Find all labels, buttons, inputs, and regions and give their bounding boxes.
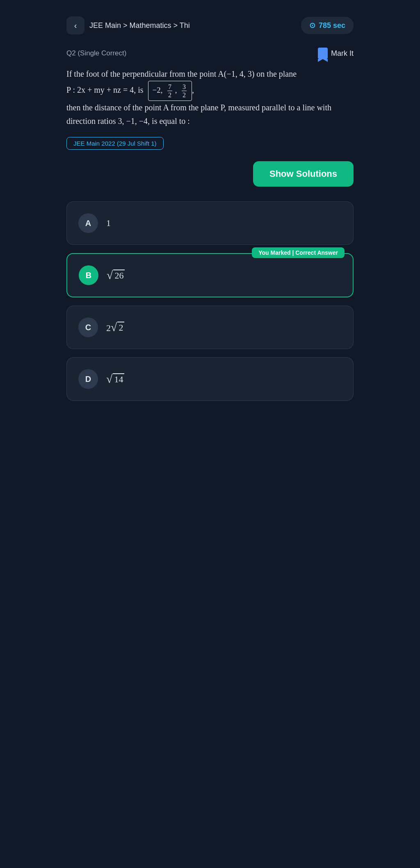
correct-answer-label: You Marked | Correct Answer — [252, 247, 345, 258]
question-body: If the foot of the perpendicular from th… — [66, 67, 354, 128]
timer-value: 785 sec — [319, 21, 345, 30]
timer-icon: ⊙ — [309, 21, 315, 30]
mark-it-button[interactable]: Mark It — [318, 48, 354, 59]
options-list: A 1 You Marked | Correct Answer B √26 C … — [66, 201, 354, 401]
option-c-text: 2 √2 — [106, 322, 124, 333]
option-a[interactable]: A 1 — [66, 201, 354, 245]
option-c[interactable]: C 2 √2 — [66, 306, 354, 349]
bookmark-icon — [318, 48, 328, 59]
option-d-circle: D — [78, 369, 98, 389]
sqrt-content-c: 2 — [117, 322, 124, 333]
back-icon: ‹ — [74, 21, 77, 30]
sqrt-symbol-d: √ — [106, 373, 112, 385]
breadcrumb: JEE Main > Mathematics > Thi — [89, 21, 190, 30]
option-a-text: 1 — [106, 218, 111, 228]
option-b-circle: B — [79, 265, 98, 285]
show-solutions-button[interactable]: Show Solutions — [253, 161, 354, 187]
header-left: ‹ JEE Main > Mathematics > Thi — [66, 16, 190, 34]
back-button[interactable]: ‹ — [66, 16, 84, 34]
sqrt-content-b: 26 — [113, 270, 125, 281]
question-header: Q2 (Single Correct) Mark It — [66, 48, 354, 59]
option-a-circle: A — [78, 213, 98, 233]
option-b[interactable]: You Marked | Correct Answer B √26 — [66, 253, 354, 297]
solutions-section: Show Solutions — [66, 161, 354, 187]
question-type: Q2 (Single Correct) — [66, 49, 126, 57]
sqrt-content-d: 14 — [113, 373, 124, 385]
question-tag: JEE Main 2022 (29 Jul Shift 1) — [66, 137, 164, 150]
mark-it-label: Mark It — [331, 49, 354, 58]
option-c-circle: C — [78, 318, 98, 337]
option-d-text: √14 — [106, 373, 124, 385]
header: ‹ JEE Main > Mathematics > Thi ⊙ 785 sec — [66, 16, 354, 34]
sqrt-symbol-c: √ — [111, 322, 117, 333]
timer-badge: ⊙ 785 sec — [301, 17, 354, 34]
option-d[interactable]: D √14 — [66, 357, 354, 401]
sqrt-symbol-b: √ — [107, 270, 113, 281]
option-b-text: √26 — [107, 270, 125, 281]
